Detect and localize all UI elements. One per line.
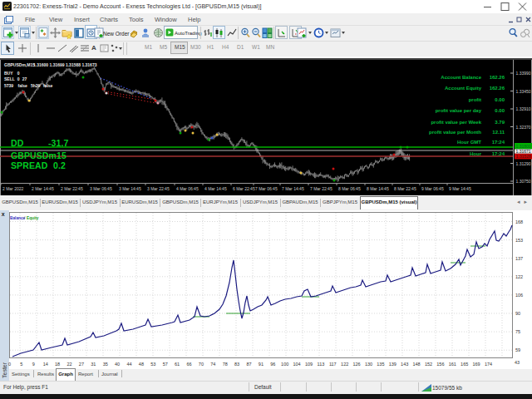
svg-text:53: 53 bbox=[150, 362, 155, 367]
svg-text:1.31528: 1.31528 bbox=[516, 154, 531, 159]
svg-text:109: 109 bbox=[305, 362, 313, 367]
svg-text:113: 113 bbox=[318, 362, 325, 367]
svg-text:false: false bbox=[43, 83, 53, 88]
svg-text:161: 161 bbox=[449, 362, 456, 367]
svg-text:143: 143 bbox=[401, 362, 408, 367]
svg-text:0: 0 bbox=[17, 71, 20, 76]
svg-text:BUY: BUY bbox=[4, 71, 13, 76]
svg-text:66: 66 bbox=[186, 362, 191, 367]
svg-text:Balance: Balance bbox=[10, 216, 26, 220]
svg-text:48: 48 bbox=[139, 362, 144, 367]
svg-text:6 Mar 22:45: 6 Mar 22:45 bbox=[233, 186, 255, 191]
svg-text:126: 126 bbox=[353, 362, 361, 367]
svg-text:78: 78 bbox=[223, 362, 228, 367]
svg-text:96: 96 bbox=[270, 362, 275, 367]
svg-text:1.31600 1.31699 1.31588 1.3167: 1.31600 1.31699 1.31588 1.31673 bbox=[33, 62, 97, 67]
svg-text:0: 0 bbox=[8, 362, 11, 367]
svg-text:8 Mar 14:45: 8 Mar 14:45 bbox=[367, 186, 389, 191]
svg-text:1.32910: 1.32910 bbox=[516, 106, 531, 111]
svg-text:5h29: 5h29 bbox=[31, 83, 41, 88]
svg-text:1.32370: 1.32370 bbox=[516, 125, 531, 130]
svg-text:0.2: 0.2 bbox=[53, 160, 66, 170]
svg-text:profit value per Month: profit value per Month bbox=[429, 130, 481, 135]
svg-text:122: 122 bbox=[341, 362, 348, 367]
svg-text:14: 14 bbox=[43, 362, 48, 367]
svg-text:5: 5 bbox=[20, 362, 22, 367]
svg-text:3.79: 3.79 bbox=[495, 120, 505, 125]
svg-text:7 Mar 14:45: 7 Mar 14:45 bbox=[282, 186, 304, 191]
svg-text:70: 70 bbox=[199, 362, 204, 367]
svg-text:false: false bbox=[18, 83, 28, 88]
svg-text:27: 27 bbox=[22, 76, 27, 81]
svg-text:1.33450: 1.33450 bbox=[516, 89, 531, 94]
svg-text:130: 130 bbox=[365, 362, 372, 367]
svg-text:12.11: 12.11 bbox=[492, 130, 505, 135]
svg-text:7 Mar 22:45: 7 Mar 22:45 bbox=[310, 186, 332, 191]
svg-text:9 Mar 06:45: 9 Mar 06:45 bbox=[421, 186, 444, 191]
svg-text:59: 59 bbox=[515, 347, 520, 352]
svg-text:83: 83 bbox=[234, 362, 239, 367]
svg-text:2 Mar 2022: 2 Mar 2022 bbox=[2, 186, 24, 191]
svg-text:3 Mar 14:45: 3 Mar 14:45 bbox=[119, 186, 141, 191]
svg-text:2 Mar 14:45: 2 Mar 14:45 bbox=[32, 186, 54, 191]
svg-text:3 Mar 22:45: 3 Mar 22:45 bbox=[147, 186, 170, 191]
svg-text:1.30750: 1.30750 bbox=[516, 179, 531, 184]
svg-text:17:24: 17:24 bbox=[492, 140, 505, 145]
svg-text:75: 75 bbox=[515, 329, 520, 334]
svg-text:0: 0 bbox=[17, 76, 20, 81]
svg-text:SPREAD: SPREAD bbox=[11, 160, 48, 170]
svg-text:1.31290: 1.31290 bbox=[516, 161, 531, 166]
svg-text:122: 122 bbox=[515, 274, 523, 279]
svg-text:1.31671: 1.31671 bbox=[516, 149, 531, 154]
svg-text:1.31800: 1.31800 bbox=[516, 144, 531, 149]
svg-text:Account Equity: Account Equity bbox=[445, 86, 482, 91]
svg-text:40: 40 bbox=[115, 362, 120, 367]
svg-text:18: 18 bbox=[55, 362, 60, 367]
svg-text:x: x bbox=[2, 211, 5, 217]
svg-text:5739: 5739 bbox=[4, 83, 13, 88]
svg-text:152: 152 bbox=[425, 362, 432, 367]
svg-text:Equity: Equity bbox=[27, 216, 39, 220]
svg-text:27: 27 bbox=[79, 362, 84, 367]
svg-text:7 Mar 06:45: 7 Mar 06:45 bbox=[255, 186, 278, 191]
svg-text:137: 137 bbox=[515, 256, 523, 261]
svg-text:-31.7: -31.7 bbox=[48, 138, 68, 148]
svg-text:profit: profit bbox=[469, 97, 481, 102]
svg-text:9: 9 bbox=[32, 362, 35, 367]
svg-text:156: 156 bbox=[436, 362, 444, 367]
svg-text:100: 100 bbox=[281, 362, 288, 367]
svg-text:91: 91 bbox=[259, 362, 264, 367]
svg-text:135: 135 bbox=[377, 362, 384, 367]
svg-text:57: 57 bbox=[163, 362, 168, 367]
svg-text:Tester: Tester bbox=[2, 362, 7, 378]
svg-text:8 Mar 06:45: 8 Mar 06:45 bbox=[338, 186, 361, 191]
svg-text:0.00: 0.00 bbox=[495, 97, 505, 102]
svg-text:74: 74 bbox=[210, 362, 215, 367]
svg-text:168: 168 bbox=[515, 219, 523, 224]
svg-text:106: 106 bbox=[515, 293, 523, 298]
svg-text:9 Mar 14:45: 9 Mar 14:45 bbox=[449, 186, 471, 191]
svg-text:174: 174 bbox=[485, 362, 492, 367]
svg-text:31: 31 bbox=[91, 362, 96, 367]
svg-text:profit value per day: profit value per day bbox=[436, 108, 482, 113]
svg-text:162.26: 162.26 bbox=[490, 86, 505, 91]
svg-text:153: 153 bbox=[515, 238, 523, 243]
svg-text:61: 61 bbox=[175, 362, 180, 367]
svg-text:4 Mar 14:45: 4 Mar 14:45 bbox=[204, 186, 227, 191]
svg-text:165: 165 bbox=[461, 362, 468, 367]
svg-text:2 Mar 22:45: 2 Mar 22:45 bbox=[61, 186, 83, 191]
svg-text:Hour: Hour bbox=[470, 151, 482, 156]
svg-text:22: 22 bbox=[66, 362, 71, 367]
svg-text:3 Mar 06:45: 3 Mar 06:45 bbox=[90, 186, 112, 191]
svg-text:90: 90 bbox=[515, 311, 520, 316]
svg-text:117: 117 bbox=[329, 362, 337, 367]
svg-text:GBPUSDm15: GBPUSDm15 bbox=[11, 150, 66, 160]
svg-text:162.26: 162.26 bbox=[490, 75, 505, 80]
svg-text:Hour GMT: Hour GMT bbox=[457, 140, 481, 145]
svg-text:43: 43 bbox=[515, 360, 520, 365]
svg-text:Account Balance: Account Balance bbox=[441, 75, 481, 80]
svg-text:87: 87 bbox=[246, 362, 251, 367]
svg-text:1.33990: 1.33990 bbox=[516, 71, 531, 76]
svg-text:35: 35 bbox=[103, 362, 108, 367]
svg-text:DD: DD bbox=[11, 138, 24, 148]
